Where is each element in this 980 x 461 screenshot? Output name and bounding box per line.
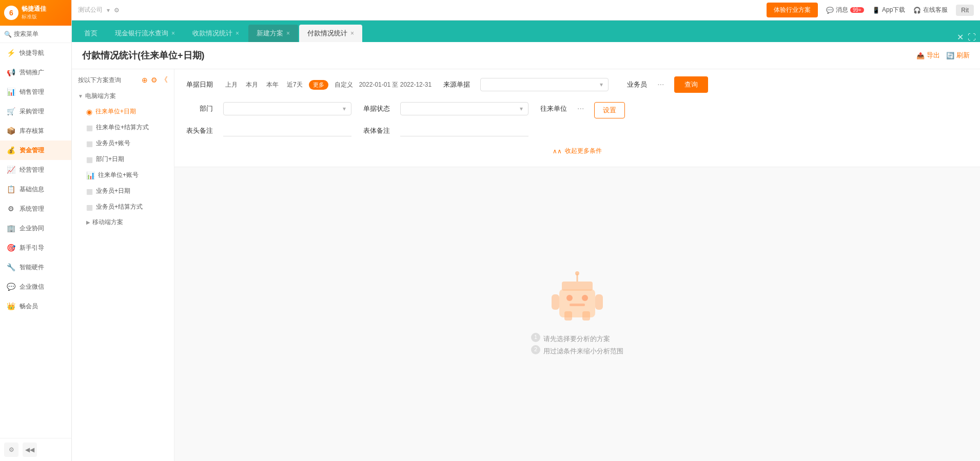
date-last-month[interactable]: 上月 [223, 79, 240, 90]
purchase-icon: 🛒 [6, 107, 15, 116]
scheme-item-staff-date[interactable]: ▦ 业务员+日期 [72, 183, 174, 199]
sidebar-item-guide[interactable]: 🎯 新手引导 [0, 238, 71, 257]
dept-select[interactable]: ▾ [223, 102, 351, 115]
settings-footer-btn[interactable]: ⚙ [4, 443, 18, 457]
scheme-group-desktop-header[interactable]: ▼ 电脑端方案 [72, 89, 174, 104]
tab-payment-detail-close[interactable]: × [350, 30, 354, 37]
hardware-icon: 🔧 [6, 263, 15, 272]
export-label: 导出 [927, 51, 940, 60]
sidebar-item-quick-nav[interactable]: ⚡ 快捷导航 [0, 43, 71, 63]
sidebar-item-finance[interactable]: 💰 资金管理 [0, 141, 71, 160]
tab-payment-stats[interactable]: 收款情况统计 × [184, 25, 247, 42]
message-label: 消息 [836, 6, 848, 14]
tab-expand-btn[interactable]: ⛶ [968, 33, 976, 42]
date-custom[interactable]: 自定义 [332, 79, 355, 90]
sidebar-item-label: 系统管理 [19, 205, 44, 213]
sidebar-item-enterprise[interactable]: 🏢 企业协同 [0, 218, 71, 238]
sidebar-item-inventory[interactable]: 📦 库存核算 [0, 121, 71, 141]
topbar-settings-icon[interactable]: ⚙ [114, 7, 120, 14]
filter-main: 单据日期 上月 本月 本年 近7天 更多 自定义 2022-01-01 至 20… [185, 76, 970, 143]
sidebar-item-vip[interactable]: 👑 畅会员 [0, 296, 71, 316]
logo-text: 畅捷通佳 [22, 5, 46, 12]
tab-cash-flow-close[interactable]: × [171, 30, 175, 37]
tab-new-scheme-label: 新建方案 [257, 29, 283, 38]
date-this-year[interactable]: 本年 [264, 79, 281, 90]
experience-btn[interactable]: 体验行业方案 [767, 3, 818, 17]
sidebar-item-label: 企业协同 [19, 224, 44, 233]
tip-num-1: 1 [531, 333, 540, 342]
settings-btn[interactable]: 设置 [594, 102, 625, 118]
add-scheme-btn[interactable]: ⊕ [142, 76, 148, 84]
refresh-label: 刷新 [956, 51, 970, 60]
sidebar-item-purchase[interactable]: 🛒 采购管理 [0, 102, 71, 121]
message-badge: 99+ [850, 7, 864, 13]
date-7days[interactable]: 近7天 [285, 79, 305, 90]
query-btn[interactable]: 查询 [674, 76, 708, 93]
sidebar-item-label: 畅会员 [19, 302, 38, 311]
user-avatar-action[interactable]: Rit [956, 5, 974, 16]
header-note-input[interactable] [223, 125, 351, 136]
search-menu[interactable]: 🔍 搜索菜单 [0, 26, 71, 43]
date-more[interactable]: 更多 [309, 80, 328, 90]
tab-new-scheme-close[interactable]: × [286, 30, 290, 37]
sidebar-item-marketing[interactable]: 📢 营销推广 [0, 63, 71, 82]
source-select[interactable]: ▾ [480, 78, 609, 91]
sidebar-item-system[interactable]: ⚙ 系统管理 [0, 199, 71, 218]
scheme-item-label: 业务员+日期 [96, 187, 130, 195]
sidebar-footer: ⚙ ◀◀ [0, 438, 71, 461]
scheme-item-unit-account[interactable]: 📊 往来单位+账号 [72, 167, 174, 183]
guide-icon: 🎯 [6, 243, 15, 252]
scheme-item-label: 业务员+结算方式 [96, 203, 143, 211]
inventory-icon: 📦 [6, 126, 15, 135]
sidebar-item-wechat[interactable]: 💬 企业微信 [0, 277, 71, 296]
sidebar-item-basic[interactable]: 📋 基础信息 [0, 179, 71, 199]
main-content: 按以下方案查询 ⊕ ⚙ 《 ▼ 电脑端方案 ◉ [72, 69, 980, 461]
export-btn[interactable]: 📤 导出 [916, 51, 940, 60]
sidebar: 6 畅捷通佳 标准版 🔍 搜索菜单 ⚡ 快捷导航 📢 营销推广 📊 销售管理 [0, 0, 72, 461]
sidebar-item-label: 新手引导 [19, 244, 44, 252]
sidebar-item-sales[interactable]: 📊 销售管理 [0, 82, 71, 102]
collapse-sidebar-btn[interactable]: ◀◀ [23, 443, 37, 457]
collapse-filter-btn[interactable]: ∧∧ 收起更多条件 [185, 143, 970, 159]
scheme-item-staff-settle[interactable]: ▦ 业务员+结算方式 [72, 199, 174, 215]
tab-new-scheme[interactable]: 新建方案 × [248, 25, 298, 42]
empty-tip-2: 2 用过滤条件来缩小分析范围 [531, 345, 623, 357]
svg-rect-5 [582, 311, 590, 320]
scheme-group-mobile-header[interactable]: ▶ 移动端方案 [72, 215, 174, 230]
wechat-icon: 💬 [6, 282, 15, 291]
scheme-item-dept-date[interactable]: ▦ 部门+日期 [72, 151, 174, 167]
tab-payment-stats-label: 收款情况统计 [192, 29, 232, 38]
scheme-settings-btn[interactable]: ⚙ [151, 76, 158, 84]
scheme-item-unit-settle[interactable]: ▦ 往来单位+结算方式 [72, 119, 174, 135]
collapse-panel-btn[interactable]: 《 [161, 75, 168, 85]
tab-home[interactable]: 首页 [76, 25, 106, 42]
sidebar-item-operation[interactable]: 📈 经营管理 [0, 160, 71, 179]
scheme-item-unit-date[interactable]: ◉ 往来单位+日期 [72, 104, 174, 119]
collapse-arrow-icon: ∧∧ [553, 148, 562, 155]
tab-home-label: 首页 [84, 29, 97, 38]
topbar-company: 测试公司 ▾ ⚙ [78, 6, 762, 14]
date-this-month[interactable]: 本月 [244, 79, 260, 90]
message-action[interactable]: 💬 消息 99+ [826, 6, 864, 14]
sidebar-item-hardware[interactable]: 🔧 智能硬件 [0, 257, 71, 277]
tab-close-all-btn[interactable]: ✕ [957, 32, 964, 42]
tab-payment-detail[interactable]: 付款情况统计 × [299, 25, 362, 42]
tab-cash-flow[interactable]: 现金银行流水查询 × [107, 25, 183, 42]
edition-label: 标准版 [22, 13, 46, 21]
sidebar-item-label: 采购管理 [19, 107, 44, 116]
svg-rect-8 [570, 304, 585, 306]
scheme-item-staff-account[interactable]: ▦ 业务员+账号 [72, 135, 174, 151]
app-download-action[interactable]: 📱 App下载 [872, 6, 905, 14]
left-panel-label: 按以下方案查询 [78, 76, 121, 85]
staff-dots[interactable]: ··· [657, 80, 664, 89]
unit-dots[interactable]: ··· [577, 104, 584, 113]
bill-status-select[interactable]: ▾ [400, 102, 528, 115]
tab-payment-stats-close[interactable]: × [236, 30, 239, 37]
refresh-btn[interactable]: 🔄 刷新 [946, 51, 970, 60]
left-panel-header-actions: ⊕ ⚙ 《 [142, 75, 168, 85]
bill-status-label: 单据状态 [362, 104, 390, 113]
body-note-input[interactable] [400, 125, 528, 136]
company-dropdown-icon[interactable]: ▾ [107, 7, 110, 14]
tip-text-1: 请先选择要分析的方案 [543, 333, 610, 345]
online-service-action[interactable]: 🎧 在线客服 [913, 6, 948, 14]
